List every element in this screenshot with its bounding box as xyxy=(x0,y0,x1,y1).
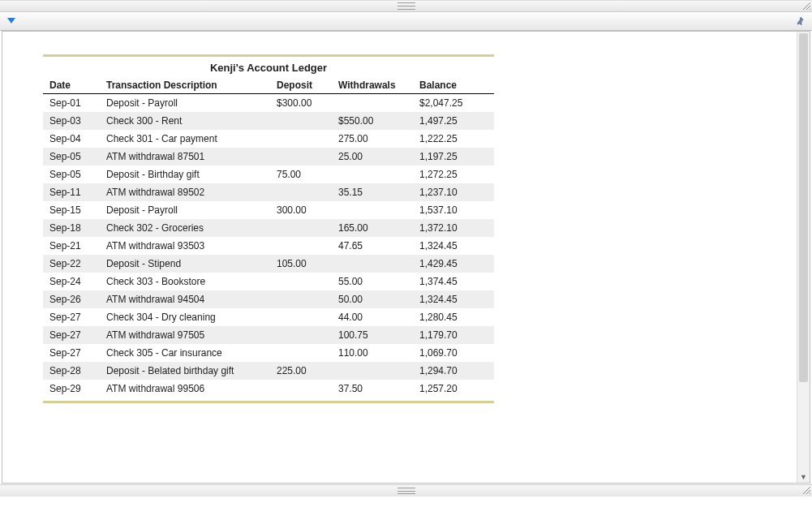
cell-deposit xyxy=(270,219,332,237)
cell-date: Sep-26 xyxy=(43,290,100,308)
cell-date: Sep-21 xyxy=(43,237,100,255)
cell-balance: 1,294.70 xyxy=(413,362,494,380)
cell-withdrawal: $550.00 xyxy=(332,112,413,130)
cell-deposit xyxy=(270,344,332,362)
cell-withdrawal: 110.00 xyxy=(332,344,413,362)
cell-description: Deposit - Payroll xyxy=(100,94,270,113)
cell-withdrawal: 55.00 xyxy=(332,273,413,290)
cell-description: ATM withdrawal 99506 xyxy=(100,380,270,398)
col-header-balance: Balance xyxy=(413,77,494,94)
content-scroll-area: Kenji's Account Ledger Date Transaction … xyxy=(2,32,810,483)
cell-description: Deposit - Birthday gift xyxy=(100,166,270,183)
col-header-withdrawals: Withdrawals xyxy=(332,77,413,94)
expand-menu-button[interactable] xyxy=(5,15,18,28)
cell-date: Sep-22 xyxy=(43,255,100,273)
cell-balance: 1,372.10 xyxy=(413,219,494,237)
cell-description: ATM withdrawal 89502 xyxy=(100,183,270,201)
cell-withdrawal xyxy=(332,94,413,113)
cell-date: Sep-05 xyxy=(43,148,100,166)
table-row: Sep-18Check 302 - Groceries165.001,372.1… xyxy=(43,219,494,237)
cell-date: Sep-11 xyxy=(43,183,100,201)
cell-balance: 1,429.45 xyxy=(413,255,494,273)
cell-date: Sep-27 xyxy=(43,326,100,344)
bottom-drag-bar[interactable] xyxy=(0,484,812,497)
cell-date: Sep-27 xyxy=(43,344,100,362)
cell-withdrawal: 37.50 xyxy=(332,380,413,398)
cell-balance: 1,272.25 xyxy=(413,166,494,183)
scroll-down-arrow-icon[interactable]: ▼ xyxy=(797,471,810,483)
cell-withdrawal: 100.75 xyxy=(332,326,413,344)
table-row: Sep-29ATM withdrawal 9950637.501,257.20 xyxy=(43,380,494,398)
cell-deposit xyxy=(270,273,332,290)
cell-deposit xyxy=(270,237,332,255)
cell-description: Deposit - Belated birthday gift xyxy=(100,362,270,380)
cell-balance: 1,197.25 xyxy=(413,148,494,166)
cell-balance: 1,280.45 xyxy=(413,308,494,326)
cell-balance: 1,324.45 xyxy=(413,237,494,255)
cell-deposit: 75.00 xyxy=(270,166,332,183)
toolbar xyxy=(0,12,812,31)
vertical-scrollbar[interactable]: ▲ ▼ xyxy=(797,32,810,483)
cell-balance: 1,324.45 xyxy=(413,290,494,308)
cell-deposit xyxy=(270,148,332,166)
cell-balance: 1,537.10 xyxy=(413,201,494,219)
cell-deposit: 105.00 xyxy=(270,255,332,273)
cell-date: Sep-04 xyxy=(43,130,100,148)
cell-withdrawal xyxy=(332,166,413,183)
cell-balance: 1,069.70 xyxy=(413,344,494,362)
table-row: Sep-15Deposit - Payroll300.001,537.10 xyxy=(43,201,494,219)
cell-withdrawal xyxy=(332,255,413,273)
cell-description: Check 302 - Groceries xyxy=(100,219,270,237)
cell-date: Sep-03 xyxy=(43,112,100,130)
cell-date: Sep-29 xyxy=(43,380,100,398)
cell-deposit xyxy=(270,380,332,398)
cell-deposit xyxy=(270,290,332,308)
cell-balance: $2,047.25 xyxy=(413,94,494,113)
resize-handle-icon[interactable] xyxy=(802,486,811,495)
table-row: Sep-21ATM withdrawal 9350347.651,324.45 xyxy=(43,237,494,255)
cell-deposit xyxy=(270,326,332,344)
table-row: Sep-26ATM withdrawal 9450450.001,324.45 xyxy=(43,290,494,308)
cell-withdrawal: 47.65 xyxy=(332,237,413,255)
cell-description: Deposit - Payroll xyxy=(100,201,270,219)
cell-balance: 1,257.20 xyxy=(413,380,494,398)
cell-withdrawal: 44.00 xyxy=(332,308,413,326)
table-row: Sep-28Deposit - Belated birthday gift225… xyxy=(43,362,494,380)
top-drag-bar[interactable] xyxy=(0,0,812,12)
table-row: Sep-27ATM withdrawal 97505100.751,179.70 xyxy=(43,326,494,344)
cell-withdrawal xyxy=(332,201,413,219)
table-row: Sep-01Deposit - Payroll$300.00$2,047.25 xyxy=(43,94,494,113)
table-row: Sep-04Check 301 - Car payment275.001,222… xyxy=(43,130,494,148)
pin-button[interactable] xyxy=(794,15,807,28)
drag-grip-icon xyxy=(397,488,415,494)
table-row: Sep-05Deposit - Birthday gift75.001,272.… xyxy=(43,166,494,183)
bottom-divider xyxy=(43,401,494,403)
cell-withdrawal: 35.15 xyxy=(332,183,413,201)
resize-handle-icon[interactable] xyxy=(802,2,811,11)
cell-description: Deposit - Stipend xyxy=(100,255,270,273)
cell-description: ATM withdrawal 87501 xyxy=(100,148,270,166)
cell-withdrawal: 275.00 xyxy=(332,130,413,148)
cell-date: Sep-05 xyxy=(43,166,100,183)
ledger-title: Kenji's Account Ledger xyxy=(43,62,494,74)
top-divider xyxy=(43,54,494,57)
cell-date: Sep-28 xyxy=(43,362,100,380)
cell-description: Check 305 - Car insurance xyxy=(100,344,270,362)
table-row: Sep-27Check 304 - Dry cleaning44.001,280… xyxy=(43,308,494,326)
scrollbar-thumb[interactable] xyxy=(799,33,808,382)
table-row: Sep-27Check 305 - Car insurance110.001,0… xyxy=(43,344,494,362)
document-body: Kenji's Account Ledger Date Transaction … xyxy=(2,32,810,419)
table-header-row: Date Transaction Description Deposit Wit… xyxy=(43,77,494,94)
table-row: Sep-11ATM withdrawal 8950235.151,237.10 xyxy=(43,183,494,201)
cell-balance: 1,179.70 xyxy=(413,326,494,344)
cell-deposit: $300.00 xyxy=(270,94,332,113)
cell-date: Sep-27 xyxy=(43,308,100,326)
cell-date: Sep-24 xyxy=(43,273,100,290)
col-header-description: Transaction Description xyxy=(100,77,270,94)
table-row: Sep-03Check 300 - Rent$550.001,497.25 xyxy=(43,112,494,130)
cell-withdrawal xyxy=(332,362,413,380)
cell-deposit xyxy=(270,308,332,326)
app-window: Kenji's Account Ledger Date Transaction … xyxy=(0,0,812,516)
table-row: Sep-24Check 303 - Bookstore55.001,374.45 xyxy=(43,273,494,290)
cell-withdrawal: 25.00 xyxy=(332,148,413,166)
